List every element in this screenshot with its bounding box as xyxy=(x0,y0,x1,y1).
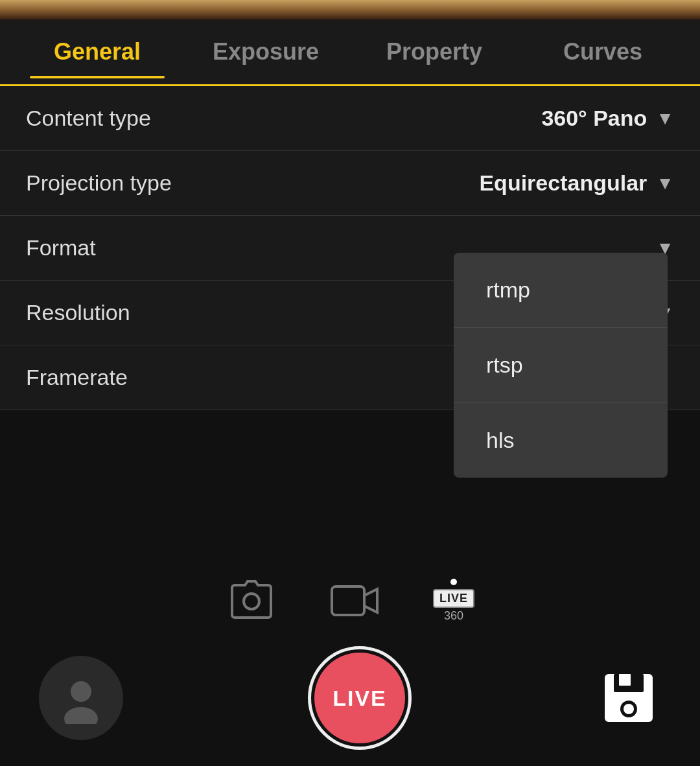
content-type-value: 360° Pano ▼ xyxy=(541,106,674,131)
resolution-label: Resolution xyxy=(26,300,130,325)
projection-type-row[interactable]: Projection type Equirectangular ▼ xyxy=(0,151,700,216)
badge-360-label: 360 xyxy=(444,609,463,623)
svg-point-3 xyxy=(64,707,98,724)
live-button-label: LIVE xyxy=(314,653,405,743)
tab-curves[interactable]: Curves xyxy=(519,25,687,78)
svg-point-2 xyxy=(71,681,91,702)
save-button[interactable] xyxy=(596,666,661,730)
dot-indicator xyxy=(450,579,457,585)
projection-type-value: Equirectangular ▼ xyxy=(479,170,674,196)
format-label: Format xyxy=(26,235,96,261)
content-type-row[interactable]: Content type 360° Pano ▼ xyxy=(0,84,700,151)
content-type-label: Content type xyxy=(26,106,151,131)
projection-type-arrow: ▼ xyxy=(656,173,674,194)
tab-exposure[interactable]: Exposure xyxy=(181,25,350,78)
svg-rect-6 xyxy=(619,674,631,686)
svg-point-8 xyxy=(624,704,634,714)
projection-type-label: Projection type xyxy=(26,170,172,196)
bottom-bar: LIVE xyxy=(0,630,700,766)
top-image-strip xyxy=(0,0,700,19)
live360-mode-button[interactable]: LIVE 360 xyxy=(433,579,474,623)
format-dropdown: rtmp rtsp hls xyxy=(454,253,668,478)
live-record-button[interactable]: LIVE xyxy=(308,646,412,750)
user-avatar[interactable] xyxy=(39,656,123,740)
dropdown-item-rtmp[interactable]: rtmp xyxy=(454,253,668,328)
video-mode-button[interactable] xyxy=(329,578,381,623)
content-type-arrow: ▼ xyxy=(656,108,674,129)
tab-general[interactable]: General xyxy=(13,25,181,78)
svg-rect-1 xyxy=(332,586,364,615)
dropdown-item-rtsp[interactable]: rtsp xyxy=(454,328,668,403)
camera-controls: LIVE 360 xyxy=(0,578,700,623)
framerate-label: Framerate xyxy=(26,365,128,390)
svg-point-0 xyxy=(244,594,259,609)
dropdown-item-hls[interactable]: hls xyxy=(454,403,668,478)
live-badge-label: LIVE xyxy=(433,589,474,608)
tab-property[interactable]: Property xyxy=(350,25,519,78)
tab-bar: General Exposure Property Curves xyxy=(0,19,700,84)
photo-mode-button[interactable] xyxy=(226,578,277,623)
